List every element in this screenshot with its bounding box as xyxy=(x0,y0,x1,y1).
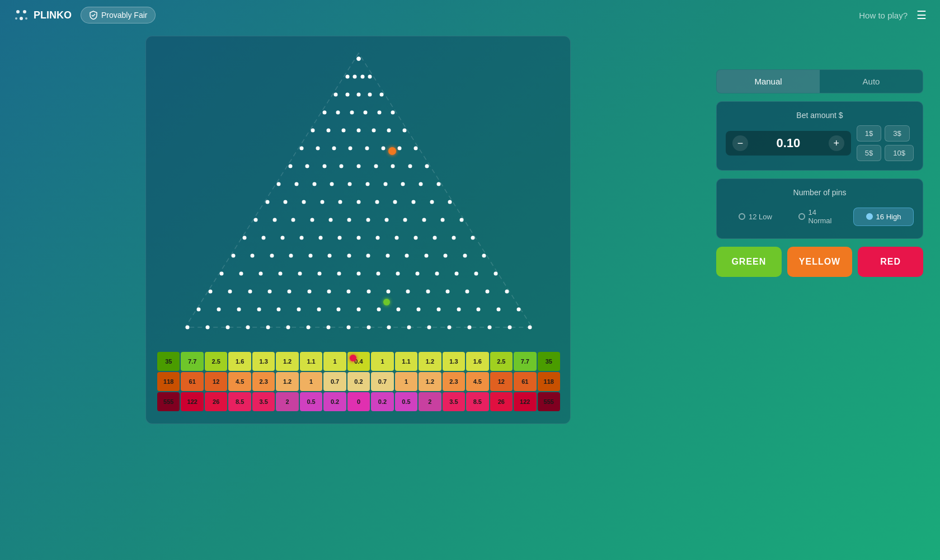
preset-5-button[interactable]: 5$ xyxy=(857,145,881,161)
red-score-cell[interactable]: 0 xyxy=(347,392,370,411)
how-to-play-link[interactable]: How to play? xyxy=(859,11,908,20)
tab-manual[interactable]: Manual xyxy=(717,70,820,93)
pin-dot xyxy=(349,147,352,150)
pin-dot xyxy=(217,308,221,312)
red-score-cell[interactable]: 555 xyxy=(538,392,560,411)
logo-icon xyxy=(13,7,29,23)
pin-dot xyxy=(306,164,309,168)
yellow-score-cell[interactable]: 1 xyxy=(300,372,322,391)
green-score-cell[interactable]: 1 xyxy=(371,352,393,371)
pin-dot xyxy=(327,290,331,294)
pin-dot xyxy=(427,326,431,330)
yellow-score-cell[interactable]: 61 xyxy=(514,372,536,391)
green-score-cell[interactable]: 1 xyxy=(323,352,346,371)
pin-dot xyxy=(357,272,361,276)
pin-dot xyxy=(448,200,452,204)
pin-dot xyxy=(357,57,361,61)
yellow-score-cell[interactable]: 118 xyxy=(538,372,560,391)
pin-dot xyxy=(402,129,406,133)
pin-dot xyxy=(320,200,324,204)
yellow-button[interactable]: YELLOW xyxy=(787,247,853,277)
pin-dot xyxy=(471,236,475,240)
red-score-cell[interactable]: 3.5 xyxy=(252,392,275,411)
red-score-cell[interactable]: 26 xyxy=(490,392,513,411)
preset-1-button[interactable]: 1$ xyxy=(857,125,881,142)
pin-dot xyxy=(254,218,258,222)
pin-dot xyxy=(311,129,315,133)
green-score-cell[interactable]: 1.3 xyxy=(443,352,465,371)
tab-auto[interactable]: Auto xyxy=(820,70,923,93)
green-score-cell[interactable]: 1.2 xyxy=(419,352,441,371)
red-score-cell[interactable]: 122 xyxy=(514,392,536,411)
yellow-score-cell[interactable]: 0.7 xyxy=(371,372,393,391)
pin-dot xyxy=(424,254,428,258)
green-score-cell[interactable]: 1.6 xyxy=(228,352,251,371)
yellow-score-cell[interactable]: 61 xyxy=(181,372,203,391)
red-score-cell[interactable]: 8.5 xyxy=(228,392,251,411)
red-score-cell[interactable]: 3.5 xyxy=(443,392,465,411)
pins-14-normal[interactable]: 14 Normal xyxy=(789,204,849,229)
red-score-cell[interactable]: 0.2 xyxy=(323,392,346,411)
pin-dot xyxy=(251,254,255,258)
pin-dot xyxy=(415,272,419,276)
green-score-cell[interactable]: 1.3 xyxy=(252,352,275,371)
pin-dot xyxy=(272,218,276,222)
pin-dot xyxy=(231,254,235,258)
pin-dot xyxy=(383,182,387,186)
green-score-cell[interactable]: 7.7 xyxy=(514,352,536,371)
pin-dot xyxy=(365,147,369,150)
red-score-cell[interactable]: 0.2 xyxy=(371,392,393,411)
menu-icon[interactable]: ☰ xyxy=(916,8,927,22)
green-score-cell[interactable]: 1.6 xyxy=(466,352,488,371)
pin-dot xyxy=(266,326,270,330)
pin-dot xyxy=(357,236,361,240)
yellow-score-cell[interactable]: 1.2 xyxy=(276,372,298,391)
green-score-cell[interactable]: 1.1 xyxy=(395,352,417,371)
red-button[interactable]: RED xyxy=(858,247,923,277)
pin-dot xyxy=(482,254,486,258)
preset-10-button[interactable]: 10$ xyxy=(885,145,914,161)
yellow-score-cell[interactable]: 2.3 xyxy=(443,372,465,391)
pins-16-high[interactable]: 16 High xyxy=(853,208,914,226)
yellow-score-cell[interactable]: 0.7 xyxy=(323,372,346,391)
header-right: How to play? ☰ xyxy=(859,8,927,22)
green-score-cell[interactable]: 2.5 xyxy=(205,352,227,371)
green-button[interactable]: GREEN xyxy=(716,247,782,277)
yellow-score-cell[interactable]: 2.3 xyxy=(252,372,275,391)
yellow-score-cell[interactable]: 4.5 xyxy=(466,372,488,391)
bet-increase-button[interactable]: + xyxy=(829,135,844,151)
yellow-score-cell[interactable]: 12 xyxy=(490,372,513,391)
plinko-ball xyxy=(350,355,356,361)
green-score-cell[interactable]: 35 xyxy=(538,352,560,371)
red-score-cell[interactable]: 0.5 xyxy=(300,392,322,411)
green-score-cell[interactable]: 1.1 xyxy=(300,352,322,371)
red-score-cell[interactable]: 26 xyxy=(205,392,227,411)
red-score-cell[interactable]: 0.5 xyxy=(395,392,417,411)
red-score-cell[interactable]: 8.5 xyxy=(466,392,488,411)
yellow-score-cell[interactable]: 1 xyxy=(395,372,417,391)
pin-dot xyxy=(459,218,463,222)
pin-dot xyxy=(417,308,421,312)
yellow-score-cell[interactable]: 0.2 xyxy=(347,372,370,391)
yellow-score-cell[interactable]: 1.2 xyxy=(419,372,441,391)
red-score-cell[interactable]: 555 xyxy=(157,392,180,411)
yellow-score-cell[interactable]: 118 xyxy=(157,372,180,391)
green-score-cell[interactable]: 7.7 xyxy=(181,352,203,371)
red-score-cell[interactable]: 2 xyxy=(419,392,441,411)
preset-3-button[interactable]: 3$ xyxy=(885,125,909,142)
pin-dot xyxy=(307,290,311,294)
bet-value: 0.10 xyxy=(753,136,824,150)
plinko-ball xyxy=(388,147,396,155)
red-score-cell[interactable]: 2 xyxy=(276,392,298,411)
pins-12-low[interactable]: 12 Low xyxy=(726,208,785,225)
pin-dot xyxy=(286,326,290,330)
yellow-score-cell[interactable]: 4.5 xyxy=(228,372,251,391)
pin-dot xyxy=(463,254,467,258)
bet-decrease-button[interactable]: − xyxy=(732,135,748,151)
green-score-cell[interactable]: 1.2 xyxy=(276,352,298,371)
red-score-cell[interactable]: 122 xyxy=(181,392,203,411)
green-score-cell[interactable]: 2.5 xyxy=(490,352,513,371)
yellow-score-cell[interactable]: 12 xyxy=(205,372,227,391)
provably-fair-button[interactable]: Provably Fair xyxy=(81,7,156,23)
green-score-cell[interactable]: 35 xyxy=(157,352,180,371)
